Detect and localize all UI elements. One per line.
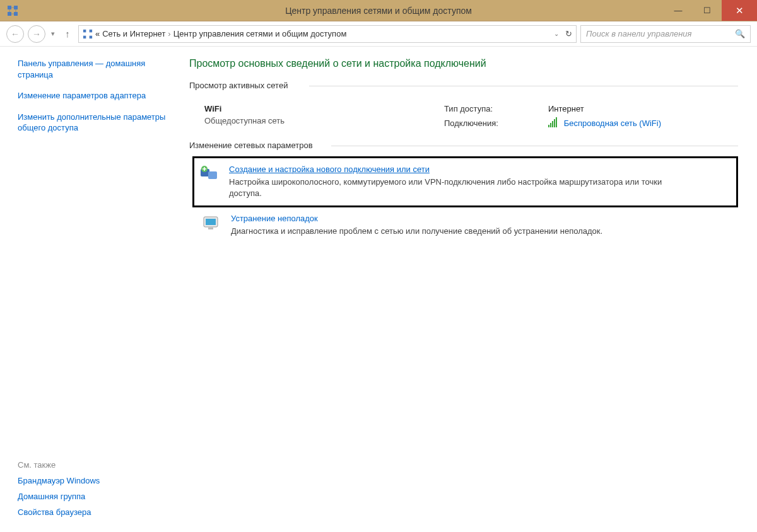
breadcrumb-level1[interactable]: Сеть и Интернет [102, 29, 165, 38]
active-network-block: WiFi Общедоступная сеть Тип доступа: Инт… [189, 96, 738, 138]
nav-forward-button[interactable]: → [28, 25, 45, 43]
search-placeholder: Поиск в панели управления [586, 29, 692, 38]
search-icon: 🔍 [735, 29, 745, 38]
svg-rect-9 [90, 29, 92, 32]
nav-history-dropdown[interactable]: ▾ [49, 30, 57, 38]
search-box[interactable]: Поиск в панели управления 🔍 [580, 25, 751, 43]
see-also-section: См. также Брандмауэр Windows Домашняя гр… [18, 460, 167, 523]
titlebar: Центр управления сетями и общим доступом… [0, 0, 757, 21]
breadcrumb-level2[interactable]: Центр управления сетями и общим доступом [173, 29, 347, 38]
see-also-firewall[interactable]: Брандмауэр Windows [18, 476, 167, 485]
sidebar: Панель управления — домашняя страница Из… [0, 47, 177, 532]
sidebar-link-adapter-settings[interactable]: Изменение параметров адаптера [18, 90, 167, 101]
wifi-signal-icon [548, 119, 558, 127]
see-also-browser-properties[interactable]: Свойства браузера [18, 507, 167, 517]
network-name: WiFi [204, 104, 444, 113]
location-icon [83, 29, 93, 39]
option-troubleshoot-title[interactable]: Устранение неполадок [231, 214, 318, 223]
main-content: Просмотр основных сведений о сети и наст… [177, 47, 757, 532]
option-new-connection-title[interactable]: Создание и настройка нового подключения … [229, 165, 430, 174]
breadcrumb-prefix: « [95, 29, 100, 38]
active-networks-label: Просмотр активных сетей [189, 81, 738, 90]
address-dropdown-icon[interactable]: ⌄ [554, 30, 559, 37]
nav-up-button[interactable]: ↑ [61, 27, 74, 41]
nav-back-button[interactable]: ← [6, 25, 24, 43]
see-also-header: См. также [18, 460, 167, 470]
connection-link[interactable]: Беспроводная сеть (WiFi) [564, 119, 661, 128]
minimize-button[interactable]: — [664, 0, 693, 21]
svg-rect-3 [14, 12, 18, 16]
see-also-homegroup[interactable]: Домашняя группа [18, 492, 167, 501]
change-settings-label: Изменение сетевых параметров [189, 141, 738, 150]
sidebar-link-advanced-sharing[interactable]: Изменить дополнительные параметры общего… [18, 112, 167, 134]
option-new-connection[interactable]: Создание и настройка нового подключения … [192, 156, 738, 207]
address-bar[interactable]: « Сеть и Интернет › Центр управления сет… [78, 25, 577, 43]
address-row: ← → ▾ ↑ « Сеть и Интернет › Центр управл… [0, 21, 757, 47]
svg-rect-0 [8, 6, 11, 9]
app-icon [6, 4, 19, 17]
page-heading: Просмотр основных сведений о сети и наст… [189, 58, 738, 69]
close-button[interactable]: ✕ [722, 0, 757, 21]
sidebar-link-home[interactable]: Панель управления — домашняя страница [18, 58, 167, 80]
refresh-button[interactable]: ↻ [565, 29, 572, 38]
svg-rect-8 [83, 29, 86, 32]
svg-rect-10 [83, 35, 86, 38]
maximize-button[interactable]: ☐ [693, 0, 722, 21]
svg-rect-11 [90, 35, 92, 38]
network-type: Общедоступная сеть [204, 116, 444, 125]
new-connection-icon [199, 165, 220, 183]
option-new-connection-desc: Настройка широкополосного, коммутируемог… [229, 176, 671, 199]
access-type-label: Тип доступа: [444, 104, 548, 113]
troubleshoot-icon [201, 214, 222, 233]
svg-rect-17 [208, 228, 213, 229]
option-troubleshoot-desc: Диагностика и исправление проблем с сеть… [231, 226, 602, 237]
option-troubleshoot[interactable]: Устранение неполадок Диагностика и испра… [194, 207, 738, 243]
window-title: Центр управления сетями и общим доступом [0, 6, 757, 16]
svg-rect-2 [8, 12, 11, 16]
svg-rect-1 [14, 6, 18, 9]
svg-rect-16 [206, 219, 216, 225]
connections-label: Подключения: [444, 119, 548, 128]
breadcrumb-separator: › [168, 29, 170, 38]
access-type-value: Интернет [548, 104, 661, 113]
svg-rect-13 [208, 171, 217, 179]
